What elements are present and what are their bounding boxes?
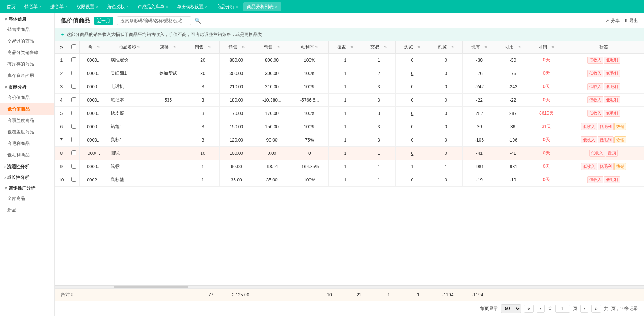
scroll-thumb[interactable] [114, 286, 188, 288]
page-number-input[interactable] [555, 305, 570, 313]
sort-b2-icon[interactable]: ⇅ [451, 45, 454, 49]
browse1-link[interactable]: 0 [411, 137, 414, 143]
col-browse2[interactable]: 浏览... ⇅ [429, 41, 463, 54]
prev-page-button[interactable]: ‹ [537, 305, 545, 313]
product-name[interactable]: 铅笔1 [108, 120, 150, 133]
browse1-link[interactable]: 1 [411, 164, 414, 169]
row-checkbox[interactable] [71, 164, 76, 169]
close-sales-order[interactable]: × [39, 4, 41, 9]
product-name[interactable]: 电话机 [108, 80, 150, 94]
sidebar-item-high-margin[interactable]: 高毛利商品 [0, 138, 54, 149]
browse1-link[interactable]: 0 [411, 111, 414, 116]
product-name[interactable]: 属性定价 [108, 54, 150, 67]
browse-count1[interactable]: 0 [396, 80, 429, 94]
browse-count1[interactable]: 0 [396, 147, 429, 160]
row-checkbox[interactable] [71, 84, 76, 89]
row-checkbox-cell[interactable] [68, 107, 79, 120]
sidebar-item-category-sales-rate[interactable]: 商品分类销售率 [0, 47, 54, 58]
horizontal-scrollbar[interactable] [55, 285, 644, 288]
sidebar-item-stocked-products[interactable]: 有库存的商品 [0, 58, 54, 70]
sidebar-item-stock-capital[interactable]: 库存资金占用 [0, 70, 54, 81]
search-input[interactable] [117, 16, 191, 25]
collapse-overall-icon[interactable]: ∨ [4, 17, 7, 21]
col-settings[interactable]: ⚙ [55, 41, 68, 54]
collapse-liquidity-icon[interactable]: › [4, 165, 6, 169]
sidebar-item-sales-products[interactable]: 销售类商品 [0, 24, 54, 35]
nav-product-warehouse[interactable]: 产成品入库单 × [134, 2, 172, 11]
row-checkbox-cell[interactable] [68, 133, 79, 147]
product-name[interactable]: 橡皮擦 [108, 107, 150, 120]
row-checkbox-cell[interactable] [68, 160, 79, 173]
close-product-analysis-list[interactable]: × [275, 4, 277, 9]
browse1-link[interactable]: 0 [411, 151, 414, 156]
product-name[interactable]: 笔记本 [108, 94, 150, 107]
sort-spec-icon[interactable]: ⇅ [173, 45, 176, 49]
col-browse1[interactable]: 浏览... ⇅ [396, 41, 429, 54]
next-page-button[interactable]: › [580, 305, 588, 313]
col-trade[interactable]: 交易... ⇅ [362, 41, 396, 54]
sort-margin-icon[interactable]: ⇅ [315, 45, 318, 49]
browse-count1[interactable]: 0 [396, 120, 429, 133]
sort-name-icon[interactable]: ⇅ [137, 45, 140, 49]
row-checkbox-cell[interactable] [68, 67, 79, 80]
row-checkbox[interactable] [71, 150, 76, 155]
col-sales2[interactable]: 销售... ⇅ [219, 41, 253, 54]
col-name[interactable]: 商品名称 ⇅ [108, 41, 150, 54]
nav-purchase-order[interactable]: 进货单 × [47, 2, 71, 11]
product-name[interactable]: 鼠标1 [108, 133, 150, 147]
share-button[interactable]: ↗ 分享 [606, 18, 620, 24]
nav-template-settings[interactable]: 单据模板设置 × [173, 2, 211, 11]
col-stock2[interactable]: 可用... ⇅ [496, 41, 530, 54]
col-margin[interactable]: 毛利率 ⇅ [291, 41, 328, 54]
row-checkbox-cell[interactable] [68, 54, 79, 67]
product-name[interactable]: 鼠标 [108, 160, 150, 173]
browse1-link[interactable]: 0 [411, 84, 414, 89]
sidebar-item-low-coverage[interactable]: 低覆盖度商品 [0, 126, 54, 138]
collapse-growth-icon[interactable]: › [4, 176, 6, 180]
sort-st2-icon[interactable]: ⇅ [518, 45, 521, 49]
sort-b1-icon[interactable]: ⇅ [417, 45, 420, 49]
row-checkbox[interactable] [71, 71, 76, 75]
browse-count1[interactable]: 0 [396, 133, 429, 147]
nav-product-analysis-list[interactable]: 商品分析列表 × [243, 2, 281, 11]
collapse-contribution-icon[interactable]: ∨ [4, 85, 7, 89]
browse-count1[interactable]: 0 [396, 67, 429, 80]
row-checkbox[interactable] [71, 111, 76, 115]
row-checkbox[interactable] [71, 177, 76, 182]
col-sales3[interactable]: 销售... ⇅ [253, 41, 291, 54]
product-name[interactable]: 鼠标垫 [108, 173, 150, 187]
sort-s3-icon[interactable]: ⇅ [277, 45, 280, 49]
sort-cov-icon[interactable]: ⇅ [350, 45, 353, 49]
browse-count1[interactable]: 0 [396, 94, 429, 107]
browse1-link[interactable]: 0 [411, 98, 414, 103]
per-page-select[interactable]: 50 100 200 [501, 304, 521, 313]
browse1-link[interactable]: 0 [411, 177, 414, 183]
time-filter-button[interactable]: 近一月 [94, 17, 113, 25]
col-spec[interactable]: 规格... ⇅ [150, 41, 186, 54]
row-checkbox-cell[interactable] [68, 173, 79, 187]
browse1-link[interactable]: 0 [411, 71, 414, 76]
sort-s1-icon[interactable]: ⇅ [208, 45, 211, 49]
nav-sales-order[interactable]: 销货单 × [21, 2, 45, 11]
settings-icon[interactable]: ⚙ [59, 45, 63, 50]
row-checkbox-cell[interactable] [68, 147, 79, 160]
nav-permission-settings[interactable]: 权限设置 × [73, 2, 102, 11]
close-role-auth[interactable]: × [126, 4, 128, 9]
sort-trade-icon[interactable]: ⇅ [384, 45, 387, 49]
collapse-marketing-icon[interactable]: ∨ [4, 186, 7, 190]
last-page-button[interactable]: ›› [591, 305, 601, 313]
row-checkbox[interactable] [71, 97, 76, 102]
row-checkbox[interactable] [71, 124, 76, 129]
sort-s2-icon[interactable]: ⇅ [242, 45, 245, 49]
col-code[interactable]: 商... ⇅ [79, 41, 108, 54]
col-coverage[interactable]: 覆盖... ⇅ [328, 41, 362, 54]
sidebar-item-all-products[interactable]: 全部商品 [0, 193, 54, 204]
browse1-link[interactable]: 0 [411, 58, 414, 63]
product-name[interactable]: 吴细细1 [108, 67, 150, 80]
export-button[interactable]: ⬆ 导出 [624, 18, 638, 24]
sort-code-icon[interactable]: ⇅ [97, 45, 100, 49]
first-page-button[interactable]: ‹‹ [524, 305, 534, 313]
browse-count1[interactable]: 0 [396, 173, 429, 187]
sort-st3-icon[interactable]: ⇅ [551, 45, 554, 49]
sidebar-item-high-value[interactable]: 高价值商品 [0, 92, 54, 103]
